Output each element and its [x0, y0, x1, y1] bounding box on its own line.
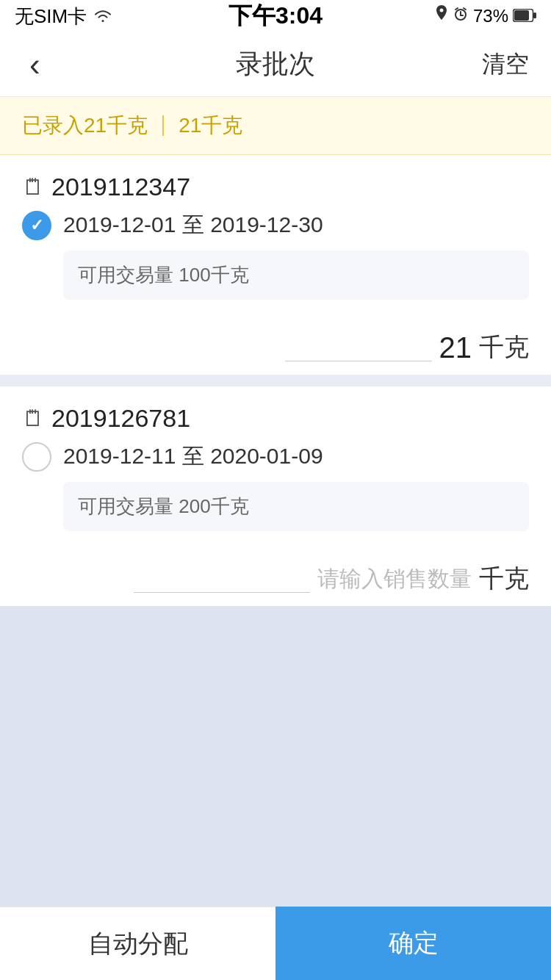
batch-2-section: 🗒 2019126781 2019-12-11 至 2020-01-09 可用交… [0, 386, 551, 606]
status-left: 无SIM卡 [15, 4, 113, 29]
nav-bar: ‹ 录批次 清空 [0, 32, 551, 97]
battery-icon [513, 6, 536, 26]
svg-rect-4 [533, 12, 536, 18]
status-bar: 无SIM卡 下午3:04 73% [0, 0, 551, 32]
sim-text: 无SIM卡 [15, 4, 87, 29]
page-content: ‹ 录批次 清空 已录入21千克 21千克 🗒 2019112347 2019-… [0, 32, 551, 980]
batch-2-header: 🗒 2019126781 [22, 404, 529, 433]
auto-distribute-label: 自动分配 [88, 927, 188, 961]
svg-rect-5 [514, 10, 529, 21]
batch-2-quantity-row[interactable]: 请输入销售数量 千克 [0, 552, 551, 606]
batch-1-date-row: 2019-12-01 至 2019-12-30 [22, 210, 529, 240]
batch-2-radio[interactable] [22, 442, 51, 472]
batch-1-header: 🗒 2019112347 [22, 173, 529, 201]
batch-2-item[interactable]: 🗒 2019126781 2019-12-11 至 2020-01-09 可用交… [0, 386, 551, 552]
auto-distribute-button[interactable]: 自动分配 [0, 907, 276, 980]
batch-id-icon-2: 🗒 [22, 406, 44, 431]
summary-divider [162, 115, 164, 136]
batch-2-date: 2019-12-11 至 2020-01-09 [63, 442, 323, 472]
batch-1-item[interactable]: 🗒 2019112347 2019-12-01 至 2019-12-30 可用交… [0, 155, 551, 320]
summary-total: 21千克 [179, 112, 242, 140]
batch-1-available: 可用交易量 100千克 [63, 251, 529, 300]
summary-recorded: 已录入21千克 [22, 112, 148, 140]
section-separator [0, 375, 551, 386]
battery-percent: 73% [473, 6, 508, 26]
confirm-button[interactable]: 确定 [276, 907, 551, 980]
batch-1-id: 2019112347 [51, 173, 190, 201]
batch-2-quantity-unit: 千克 [479, 562, 529, 596]
batch-2-date-row: 2019-12-11 至 2020-01-09 [22, 442, 529, 472]
status-right: 73% [435, 5, 536, 27]
batch-1-quantity-row: 21 千克 [0, 320, 551, 375]
batch-1-date: 2019-12-01 至 2019-12-30 [63, 210, 323, 240]
bottom-bar: 自动分配 确定 [0, 907, 551, 980]
status-time: 下午3:04 [228, 0, 323, 32]
quantity-input-divider [134, 592, 310, 593]
batch-1-quantity-unit: 千克 [479, 331, 529, 364]
batch-2-available: 可用交易量 200千克 [63, 482, 529, 531]
batch-1-radio[interactable] [22, 211, 51, 240]
wifi-icon [93, 5, 113, 28]
alarm-icon [453, 6, 469, 26]
batch-2-id: 2019126781 [51, 404, 190, 433]
batch-id-icon-1: 🗒 [22, 175, 44, 200]
location-icon [435, 5, 448, 27]
batch-1-quantity-value: 21 [439, 331, 472, 364]
page-title: 录批次 [236, 46, 315, 82]
batch-1-section: 🗒 2019112347 2019-12-01 至 2019-12-30 可用交… [0, 155, 551, 375]
batch-2-input-placeholder: 请输入销售数量 [317, 564, 472, 594]
confirm-label: 确定 [389, 926, 439, 960]
clear-button[interactable]: 清空 [482, 48, 529, 81]
summary-bar: 已录入21千克 21千克 [0, 97, 551, 155]
back-button[interactable]: ‹ [22, 39, 48, 90]
quantity-divider-1 [285, 361, 432, 361]
